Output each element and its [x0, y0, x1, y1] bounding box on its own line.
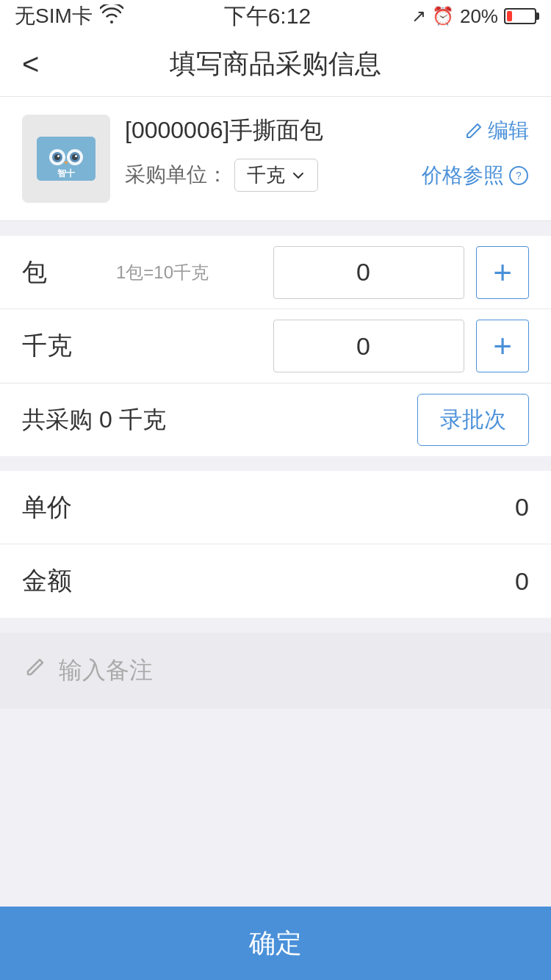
edit-link[interactable]: 编辑 — [464, 117, 529, 145]
amount-value: 0 — [515, 567, 529, 596]
location-icon: ↗ — [411, 6, 426, 26]
bag-input-row: 包 1包=10千克 + — [0, 236, 551, 309]
input-section: 包 1包=10千克 + 千克 + — [0, 236, 551, 383]
unit-row-left: 采购单位： 千克 — [125, 159, 318, 192]
amount-row: 金额 0 — [0, 544, 551, 618]
total-row: 共采购 0 千克 录批次 — [0, 383, 551, 456]
total-value: 0 — [99, 406, 112, 433]
confirm-button[interactable]: 确定 — [0, 907, 551, 980]
product-logo: 智十 — [37, 137, 96, 181]
notes-placeholder: 输入备注 — [59, 655, 153, 687]
kg-input-row: 千克 + — [0, 309, 551, 383]
kg-input-wrap: + — [110, 320, 529, 372]
svg-point-6 — [72, 154, 78, 160]
nav-bar: < 填写商品采购信息 — [0, 32, 551, 97]
unit-label: 采购单位： — [125, 163, 228, 186]
notes-section[interactable]: 输入备注 — [0, 633, 551, 709]
unit-value: 千克 — [247, 162, 285, 188]
battery-tip — [536, 12, 539, 20]
section-divider-2 — [0, 456, 551, 471]
total-text: 共采购 0 千克 — [22, 404, 166, 436]
edit-label: 编辑 — [488, 117, 529, 145]
status-left: 无SIM卡 — [15, 2, 123, 30]
unit-price-row: 单价 0 — [0, 471, 551, 544]
section-divider-3 — [0, 618, 551, 633]
kg-plus-icon: + — [493, 328, 512, 364]
svg-point-8 — [75, 155, 77, 157]
product-image: 智十 — [22, 115, 110, 203]
kg-input[interactable] — [273, 320, 464, 372]
product-card: 智十 [0000006]手撕面包 编辑 采购单位： 千克 — [0, 97, 551, 221]
bag-plus-icon: + — [493, 254, 512, 291]
section-divider-1 — [0, 221, 551, 236]
unit-selector[interactable]: 千克 — [234, 159, 318, 192]
status-right: ↗ ⏰ 20% — [411, 5, 536, 28]
product-info: [0000006]手撕面包 编辑 采购单位： 千克 价格参照 — [125, 115, 529, 192]
batch-button[interactable]: 录批次 — [417, 394, 529, 446]
battery-icon — [504, 8, 536, 24]
product-unit-row: 采购单位： 千克 价格参照 ? — [125, 159, 529, 192]
price-ref-label: 价格参照 — [422, 162, 504, 190]
product-name-row: [0000006]手撕面包 编辑 — [125, 115, 529, 147]
bag-sub-label: 1包=10千克 — [116, 261, 209, 284]
svg-text:智十: 智十 — [57, 168, 76, 179]
svg-point-5 — [54, 154, 60, 160]
price-section: 单价 0 金额 0 — [0, 471, 551, 618]
back-button[interactable]: < — [22, 48, 39, 81]
price-ref-link[interactable]: 价格参照 ? — [422, 162, 529, 190]
wifi-icon — [100, 4, 123, 29]
bag-plus-button[interactable]: + — [476, 246, 529, 299]
battery-fill — [507, 11, 512, 21]
unit-price-value: 0 — [515, 493, 529, 522]
amount-label: 金额 — [22, 564, 72, 598]
page-title: 填写商品采购信息 — [170, 46, 381, 82]
total-unit: 千克 — [119, 406, 166, 433]
svg-point-7 — [57, 155, 60, 157]
status-time: 下午6:12 — [224, 1, 311, 32]
alarm-icon: ⏰ — [432, 6, 454, 26]
pencil-icon — [22, 655, 47, 686]
bag-input[interactable] — [273, 246, 464, 299]
carrier-label: 无SIM卡 — [15, 2, 93, 30]
kg-plus-button[interactable]: + — [476, 320, 529, 372]
kg-label: 千克 — [22, 329, 110, 363]
bag-label: 包 — [22, 256, 110, 289]
svg-text:?: ? — [516, 170, 522, 181]
product-name: [0000006]手撕面包 — [125, 115, 323, 147]
total-label: 共采购 — [22, 406, 93, 433]
unit-price-label: 单价 — [22, 491, 72, 525]
bag-input-wrap: + — [209, 246, 529, 299]
battery-percent: 20% — [460, 5, 498, 28]
status-bar: 无SIM卡 下午6:12 ↗ ⏰ 20% — [0, 0, 551, 32]
